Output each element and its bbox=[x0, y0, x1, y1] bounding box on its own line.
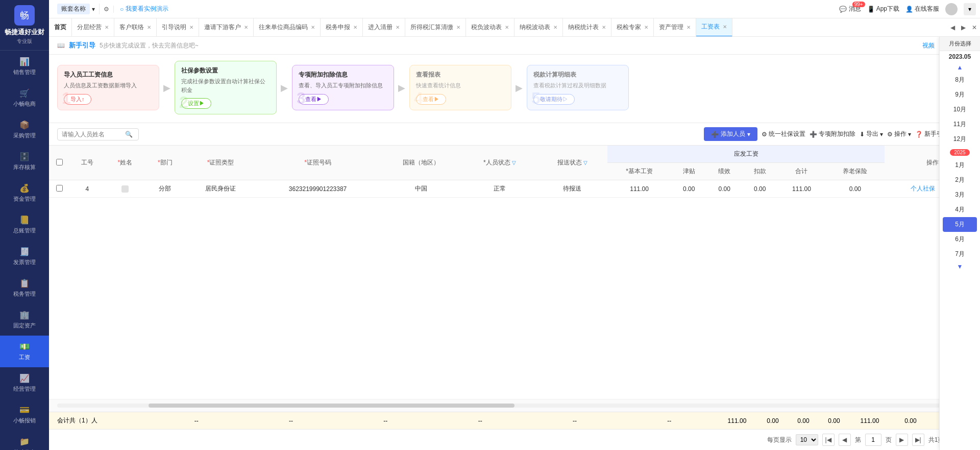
search-icon[interactable]: 🔍 bbox=[125, 131, 133, 138]
tab-home[interactable]: 首页 bbox=[49, 18, 72, 37]
export-btn[interactable]: ⬇ 导出 ▾ bbox=[860, 130, 883, 138]
tab-income-tax[interactable]: 所得税汇算清缴✕ bbox=[405, 18, 466, 37]
month-7[interactable]: 7月 bbox=[940, 247, 980, 262]
close-icon[interactable]: ✕ bbox=[147, 25, 151, 30]
sidebar-item-salary[interactable]: 💵工资 bbox=[0, 336, 49, 367]
select-all-checkbox[interactable] bbox=[56, 159, 63, 165]
topbar-right: 💬 消息 99+ 📱 App下载 👤 在线客服 ▾ bbox=[839, 3, 976, 15]
page-next-btn[interactable]: ▶ bbox=[896, 434, 908, 446]
month-11[interactable]: 11月 bbox=[940, 117, 980, 132]
tab-next-arrow[interactable]: ▶ bbox=[958, 24, 969, 31]
tab-guide[interactable]: 引导说明✕ bbox=[157, 18, 199, 37]
month-3[interactable]: 3月 bbox=[940, 187, 980, 202]
close-icon[interactable]: ✕ bbox=[723, 24, 727, 30]
month-10[interactable]: 10月 bbox=[940, 102, 980, 117]
sidebar-item-expense[interactable]: 💳小畅报销 bbox=[0, 399, 49, 431]
cell-report: 待报送 bbox=[537, 180, 607, 198]
sidebar-item-sales[interactable]: 📊销售管理 bbox=[0, 51, 49, 82]
col-pension: 养老保险 bbox=[825, 163, 885, 180]
ledger-icon: 📒 bbox=[19, 215, 30, 225]
month-scroll-down[interactable]: ▼ bbox=[940, 262, 980, 272]
sidebar-item-assets[interactable]: 🏢固定资产 bbox=[0, 304, 49, 336]
sidebar-item-ledger[interactable]: 📒总账管理 bbox=[0, 209, 49, 241]
cell-allowance: 0.00 bbox=[671, 180, 706, 198]
guide-icon: ❓ bbox=[915, 131, 923, 138]
tab-tax-stats[interactable]: 纳税统计表✕ bbox=[563, 18, 611, 37]
tab-hierarchy[interactable]: 分层经营✕ bbox=[72, 18, 114, 37]
page-prev-btn[interactable]: ◀ bbox=[839, 434, 851, 446]
page-input[interactable] bbox=[865, 434, 881, 446]
demo-button[interactable]: ○ 我要看实例演示 bbox=[114, 5, 175, 13]
guide-book-icon: 📖 bbox=[57, 42, 65, 49]
close-icon[interactable]: ✕ bbox=[553, 25, 557, 30]
footer-summary: 会计共（1）人 bbox=[57, 416, 149, 425]
tab-add[interactable]: ✕ bbox=[969, 24, 980, 31]
tab-tax-expert[interactable]: 税检专家✕ bbox=[611, 18, 654, 37]
tab-asset-mgmt[interactable]: 资产管理✕ bbox=[654, 18, 696, 37]
tab-prev-arrow[interactable]: ◀ bbox=[947, 24, 958, 31]
sidebar-item-tax[interactable]: 📋税务管理 bbox=[0, 272, 49, 304]
close-icon[interactable]: ✕ bbox=[244, 25, 248, 30]
close-icon[interactable]: ✕ bbox=[189, 25, 193, 30]
month-8[interactable]: 8月 bbox=[940, 73, 980, 87]
month-2[interactable]: 2月 bbox=[940, 173, 980, 187]
month-6[interactable]: 6月 bbox=[940, 232, 980, 247]
add-employee-button[interactable]: ➕ 添加人员 ▾ bbox=[704, 127, 757, 141]
sidebar-item-invoice[interactable]: 🧾发票管理 bbox=[0, 241, 49, 272]
month-4[interactable]: 4月 bbox=[940, 202, 980, 217]
sidebar-item-base[interactable]: 📁基础信息 bbox=[0, 431, 49, 450]
tab-customer[interactable]: 客户联络✕ bbox=[114, 18, 157, 37]
message-button[interactable]: 💬 消息 99+ bbox=[839, 5, 861, 13]
sidebar-item-inventory[interactable]: 🗄️库存核算 bbox=[0, 146, 49, 177]
close-icon[interactable]: ✕ bbox=[505, 25, 509, 30]
row-checkbox[interactable] bbox=[56, 185, 63, 192]
online-service-button[interactable]: 👤 在线客服 bbox=[905, 5, 939, 13]
cell-idno: 36232199901223387 bbox=[256, 180, 379, 198]
action-btn[interactable]: ⚙ 操作 ▾ bbox=[887, 130, 911, 138]
tab-product-code[interactable]: 往来单位商品编码✕ bbox=[254, 18, 321, 37]
footer-dash-6: -- bbox=[622, 417, 717, 424]
sidebar-item-ecommerce[interactable]: 🛒小畅电商 bbox=[0, 82, 49, 114]
close-icon[interactable]: ✕ bbox=[456, 25, 460, 30]
close-icon[interactable]: ✕ bbox=[644, 25, 648, 30]
expense-icon: 💳 bbox=[19, 405, 30, 415]
close-icon[interactable]: ✕ bbox=[311, 25, 315, 30]
user-avatar[interactable] bbox=[945, 3, 958, 15]
month-1[interactable]: 1月 bbox=[940, 158, 980, 173]
sidebar-item-operations[interactable]: 📈经营管理 bbox=[0, 367, 49, 399]
social-insurance-btn[interactable]: ⚙ 统一社保设置 bbox=[762, 130, 805, 138]
sidebar-item-finance[interactable]: 💰资金管理 bbox=[0, 177, 49, 209]
tab-salary-table[interactable]: 工资表✕ bbox=[696, 18, 732, 37]
sidebar-item-purchase[interactable]: 📦采购管理 bbox=[0, 114, 49, 146]
search-input[interactable] bbox=[62, 131, 123, 138]
guide-video[interactable]: 视频 bbox=[922, 41, 935, 50]
step-arrow-2: ▶ bbox=[277, 82, 292, 93]
col-salary-group: 应发工资 bbox=[607, 146, 885, 163]
page-last-btn[interactable]: ▶| bbox=[912, 434, 924, 446]
month-scroll-up[interactable]: ▲ bbox=[940, 62, 980, 73]
step-3-num: 3 bbox=[297, 89, 306, 108]
tab-tax-burden[interactable]: 税负波动表✕ bbox=[466, 18, 514, 37]
close-icon[interactable]: ✕ bbox=[687, 25, 691, 30]
tab-tax-return[interactable]: 税务申报✕ bbox=[321, 18, 363, 37]
tab-invite[interactable]: 邀请下游客户✕ bbox=[199, 18, 254, 37]
month-12[interactable]: 12月 bbox=[940, 132, 980, 147]
user-menu[interactable]: ▾ bbox=[964, 3, 976, 15]
close-icon[interactable]: ✕ bbox=[396, 25, 400, 30]
page-size-select[interactable]: 10 20 50 bbox=[796, 434, 818, 445]
special-deduction-btn[interactable]: ➕ 专项附加扣除 bbox=[810, 130, 855, 138]
tab-clearing[interactable]: 进入清册✕ bbox=[363, 18, 405, 37]
month-5[interactable]: 5月 bbox=[943, 217, 977, 232]
horizontal-scrollbar[interactable] bbox=[57, 404, 972, 408]
col-deduction: 扣款 bbox=[742, 163, 777, 180]
close-icon[interactable]: ✕ bbox=[353, 25, 357, 30]
tab-tax-fluctuation[interactable]: 纳税波动表✕ bbox=[514, 18, 563, 37]
account-selector[interactable]: 账套名称 ▾ bbox=[53, 4, 100, 14]
app-download-button[interactable]: 📱 App下载 bbox=[867, 5, 899, 13]
close-icon[interactable]: ✕ bbox=[602, 25, 606, 30]
close-icon[interactable]: ✕ bbox=[105, 25, 109, 30]
personal-insurance-link[interactable]: 个人社保 bbox=[911, 185, 935, 192]
month-9[interactable]: 9月 bbox=[940, 87, 980, 102]
settings-button[interactable]: ⚙ bbox=[100, 6, 114, 13]
page-first-btn[interactable]: |◀ bbox=[822, 434, 835, 446]
